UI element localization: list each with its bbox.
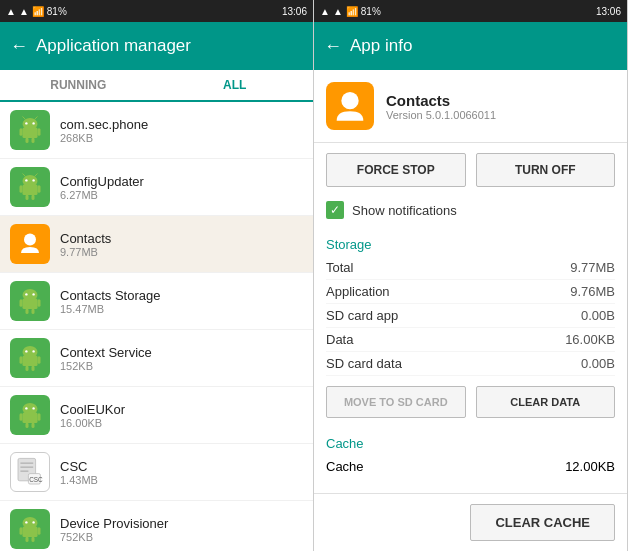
- svg-rect-14: [26, 195, 29, 200]
- app-size: 752KB: [60, 531, 303, 543]
- app-size: 6.27MB: [60, 189, 303, 201]
- move-to-sdcard-button[interactable]: MOVE TO SD CARD: [326, 386, 466, 418]
- app-info-title: App info: [350, 36, 412, 56]
- tab-running[interactable]: RUNNING: [0, 70, 157, 102]
- svg-rect-53: [20, 527, 23, 535]
- list-item[interactable]: Contacts Storage 15.47MB: [0, 273, 313, 330]
- app-size: 9.77MB: [60, 246, 303, 258]
- list-item[interactable]: Device Provisioner 752KB: [0, 501, 313, 551]
- app-info-configupdater: ConfigUpdater 6.27MB: [60, 174, 303, 201]
- app-size: 268KB: [60, 132, 303, 144]
- app-icon-csc: CSC: [10, 452, 50, 492]
- battery-icon: 81%: [361, 6, 381, 17]
- back-button-right[interactable]: ←: [324, 36, 342, 57]
- app-size: 15.47MB: [60, 303, 303, 315]
- app-info-comsecphone: com.sec.phone 268KB: [60, 117, 303, 144]
- toolbar-right: ← App info: [314, 22, 627, 70]
- app-name: Contacts: [60, 231, 303, 246]
- svg-rect-1: [23, 128, 38, 139]
- turn-off-button[interactable]: TURN OFF: [476, 153, 616, 187]
- notifications-row: ✓ Show notifications: [314, 197, 627, 229]
- warning-icon: ▲: [6, 6, 16, 17]
- storage-label: SD card data: [326, 356, 402, 371]
- app-info-contacts: Contacts 9.77MB: [60, 231, 303, 258]
- warning-icon-2: ▲: [333, 6, 343, 17]
- svg-rect-15: [32, 195, 35, 200]
- svg-point-20: [24, 234, 36, 246]
- notifications-checkbox[interactable]: ✓: [326, 201, 344, 219]
- clear-cache-button[interactable]: CLEAR CACHE: [470, 504, 615, 541]
- app-info-contacts-storage: Contacts Storage 15.47MB: [60, 288, 303, 315]
- status-icons-left: ▲ ▲ 📶 81%: [6, 6, 67, 17]
- app-detail-info: Contacts Version 5.0.1.0066011: [386, 92, 496, 121]
- list-item[interactable]: CoolEUKor 16.00KB: [0, 387, 313, 444]
- app-name: Device Provisioner: [60, 516, 303, 531]
- storage-row-sdcard-app: SD card app 0.00B: [326, 304, 615, 328]
- svg-rect-52: [23, 527, 38, 538]
- app-icon-contacts-storage: [10, 281, 50, 321]
- svg-rect-38: [23, 413, 38, 424]
- svg-rect-46: [20, 462, 33, 464]
- status-bar-right: ▲ ▲ 📶 81% 13:06: [314, 0, 627, 22]
- app-name: Context Service: [60, 345, 303, 360]
- app-name: com.sec.phone: [60, 117, 303, 132]
- app-manager-title: Application manager: [36, 36, 191, 56]
- app-info-cooleukor: CoolEUKor 16.00KB: [60, 402, 303, 429]
- svg-rect-54: [38, 527, 41, 535]
- app-name: ConfigUpdater: [60, 174, 303, 189]
- svg-rect-41: [26, 423, 29, 428]
- list-item-contacts[interactable]: Contacts 9.77MB: [0, 216, 313, 273]
- action-buttons: FORCE STOP TURN OFF: [314, 143, 627, 197]
- force-stop-button[interactable]: FORCE STOP: [326, 153, 466, 187]
- app-icon-contacts: [10, 224, 50, 264]
- svg-line-9: [35, 117, 38, 120]
- app-icon-device-provisioner: [10, 509, 50, 549]
- svg-rect-24: [38, 299, 41, 307]
- cache-section: Cache 12.00KB: [314, 455, 627, 478]
- app-size: 152KB: [60, 360, 303, 372]
- right-panel: ▲ ▲ 📶 81% 13:06 ← App info Contacts Vers…: [314, 0, 628, 551]
- warning-icon: ▲: [320, 6, 330, 17]
- svg-rect-30: [23, 356, 38, 367]
- clear-cache-bar: CLEAR CACHE: [314, 493, 627, 551]
- app-icon-context-service: [10, 338, 50, 378]
- app-size: 1.43MB: [60, 474, 303, 486]
- tabs-bar: RUNNING ALL: [0, 70, 313, 102]
- status-bar-left: ▲ ▲ 📶 81% 13:06: [0, 0, 313, 22]
- wifi-icon: 📶: [346, 6, 358, 17]
- svg-rect-13: [38, 185, 41, 193]
- app-name: CSC: [60, 459, 303, 474]
- app-list: com.sec.phone 268KB: [0, 102, 313, 551]
- app-name: Contacts Storage: [60, 288, 303, 303]
- svg-rect-31: [20, 356, 23, 364]
- storage-table: Total 9.77MB Application 9.76MB SD card …: [314, 256, 627, 376]
- clear-data-button[interactable]: CLEAR DATA: [476, 386, 616, 418]
- svg-rect-11: [23, 185, 38, 196]
- svg-line-19: [35, 174, 38, 177]
- list-item[interactable]: ConfigUpdater 6.27MB: [0, 159, 313, 216]
- storage-value: 16.00KB: [565, 332, 615, 347]
- svg-point-6: [25, 122, 27, 124]
- svg-rect-56: [32, 537, 35, 542]
- svg-point-43: [25, 407, 27, 409]
- storage-value: 0.00B: [581, 308, 615, 323]
- svg-point-16: [25, 179, 27, 181]
- app-icon-cooeukor: [10, 395, 50, 435]
- svg-line-18: [23, 174, 26, 177]
- storage-label: SD card app: [326, 308, 398, 323]
- back-button-left[interactable]: ←: [10, 36, 28, 57]
- cache-value: 12.00KB: [565, 459, 615, 474]
- app-info-context-service: Context Service 152KB: [60, 345, 303, 372]
- app-detail-header: Contacts Version 5.0.1.0066011: [314, 70, 627, 143]
- storage-row-application: Application 9.76MB: [326, 280, 615, 304]
- list-item[interactable]: Context Service 152KB: [0, 330, 313, 387]
- svg-rect-25: [26, 309, 29, 314]
- tab-all[interactable]: ALL: [157, 70, 314, 102]
- list-item[interactable]: com.sec.phone 268KB: [0, 102, 313, 159]
- storage-value: 9.76MB: [570, 284, 615, 299]
- svg-rect-26: [32, 309, 35, 314]
- list-item[interactable]: CSC CSC 1.43MB: [0, 444, 313, 501]
- status-icons-right: ▲ ▲ 📶 81%: [320, 6, 381, 17]
- svg-rect-2: [20, 128, 23, 136]
- svg-text:CSC: CSC: [29, 476, 43, 483]
